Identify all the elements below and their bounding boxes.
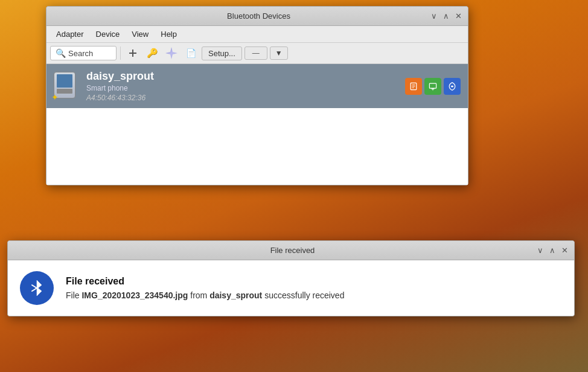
bt-maximize-btn[interactable]: ∧ (442, 12, 450, 20)
file-filename: IMG_20201023_234540.jpg (81, 290, 188, 300)
bt-window-title: Bluetooth Devices (88, 11, 430, 21)
setup-label: Setup... (208, 49, 235, 58)
action-blue-button[interactable] (444, 78, 461, 95)
send-file-icon: 📄 (186, 48, 196, 58)
device-name: daisy_sprout (86, 70, 398, 83)
device-list-empty-area (46, 108, 468, 168)
file-maximize-btn[interactable]: ∧ (548, 246, 557, 254)
menu-adapter[interactable]: Adapter (50, 28, 90, 40)
send-file-button[interactable]: 📄 (182, 45, 199, 61)
file-sender: daisy_sprout (209, 290, 262, 300)
key-icon-button[interactable]: 🔑 (144, 45, 161, 61)
file-titlebar: File received ∨ ∧ ✕ (8, 241, 574, 260)
file-received-description: File IMG_20201023_234540.jpg from daisy_… (66, 290, 344, 300)
key-icon: 🔑 (147, 48, 158, 59)
trusted-badge: ✦ (51, 92, 59, 102)
svg-rect-7 (432, 88, 435, 89)
phone-screen (57, 74, 72, 88)
file-received-dialog: File received ∨ ∧ ✕ File received File I… (7, 240, 575, 316)
file-dialog-title: File received (49, 246, 536, 255)
remove-icon: — (252, 49, 260, 57)
file-desc-mid: from (188, 290, 209, 300)
search-label: Search (68, 49, 93, 58)
bt-titlebar-controls: ∨ ∧ ✕ (430, 12, 463, 20)
bluetooth-star-icon (165, 47, 177, 59)
search-icon: 🔍 (56, 48, 66, 58)
svg-rect-6 (429, 83, 436, 88)
device-type: Smart phone (86, 84, 398, 92)
file-desc-post: successfully received (262, 290, 344, 300)
action-green-button[interactable] (424, 78, 441, 95)
toolbar-separator-1 (120, 46, 121, 60)
dropdown-icon: ▼ (275, 49, 283, 57)
device-row[interactable]: ✦ daisy_sprout Smart phone A4:50:46:43:3… (46, 64, 468, 108)
star-button[interactable] (163, 45, 180, 61)
add-device-button[interactable] (124, 45, 141, 61)
file-close-btn[interactable]: ✕ (560, 246, 569, 254)
file-received-heading: File received (66, 276, 344, 287)
menu-view[interactable]: View (126, 28, 155, 40)
search-button[interactable]: 🔍 Search (50, 46, 117, 60)
bt-toolbar: 🔍 Search 🔑 📄 Setup... — ▼ (46, 43, 468, 64)
bt-menubar: Adapter Device View Help (46, 26, 468, 43)
menu-help[interactable]: Help (155, 28, 183, 40)
phone-keypad (57, 89, 72, 94)
bluetooth-logo (20, 271, 54, 305)
file-content: File received File IMG_20201023_234540.j… (8, 260, 574, 316)
device-icon-wrap: ✦ (54, 72, 79, 101)
file-minimize-btn[interactable]: ∨ (536, 246, 545, 254)
bluetooth-devices-window: Bluetooth Devices ∨ ∧ ✕ Adapter Device V… (46, 6, 468, 185)
file-titlebar-controls: ∨ ∧ ✕ (536, 246, 569, 254)
bt-minimize-btn[interactable]: ∨ (430, 12, 438, 20)
bt-close-btn[interactable]: ✕ (454, 12, 463, 20)
action-orange-button[interactable] (405, 78, 422, 95)
dropdown-button[interactable]: ▼ (270, 46, 288, 60)
setup-button[interactable]: Setup... (202, 46, 242, 60)
device-address: A4:50:46:43:32:36 (86, 94, 398, 102)
device-list: ✦ daisy_sprout Smart phone A4:50:46:43:3… (46, 64, 468, 185)
remove-button[interactable]: — (244, 46, 267, 60)
file-text-block: File received File IMG_20201023_234540.j… (66, 276, 344, 300)
bt-titlebar: Bluetooth Devices ∨ ∧ ✕ (46, 7, 468, 26)
device-info: daisy_sprout Smart phone A4:50:46:43:32:… (86, 70, 398, 102)
file-desc-pre: File (66, 290, 81, 300)
menu-device[interactable]: Device (90, 28, 126, 40)
device-actions (405, 78, 461, 95)
